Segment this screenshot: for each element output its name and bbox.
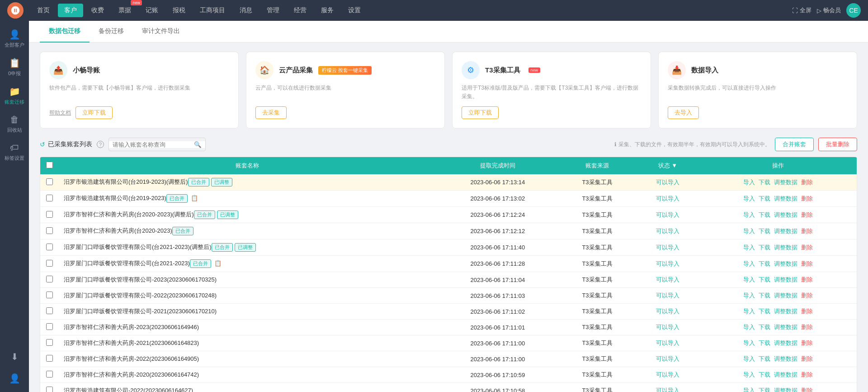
action-导入[interactable]: 导入	[743, 276, 755, 283]
action-调整数据[interactable]: 调整数据	[774, 260, 797, 267]
row-checkbox[interactable]	[46, 195, 53, 201]
action-导入[interactable]: 导入	[743, 228, 755, 234]
action-调整数据[interactable]: 调整数据	[774, 292, 797, 299]
search-input[interactable]	[109, 141, 190, 148]
nav-billing[interactable]: 收费	[85, 4, 110, 17]
row-checkbox[interactable]	[46, 339, 53, 346]
action-调整数据[interactable]: 调整数据	[774, 276, 797, 283]
th-status[interactable]: 状态 ▼	[636, 157, 700, 174]
action-删除[interactable]: 删除	[801, 179, 813, 186]
row-checkbox[interactable]	[46, 227, 53, 234]
tab-data-migration[interactable]: 数据包迁移	[40, 21, 90, 43]
sidebar-item-user[interactable]: 👤	[7, 368, 22, 388]
action-下载[interactable]: 下载	[759, 339, 770, 346]
action-导入[interactable]: 导入	[743, 260, 755, 267]
sidebar-item-tag-settings[interactable]: 🏷 标签设置	[0, 138, 29, 166]
action-下载[interactable]: 下载	[759, 387, 770, 392]
help-icon[interactable]: ?	[97, 141, 104, 148]
action-下载[interactable]: 下载	[759, 244, 770, 251]
nav-home[interactable]: 首页	[31, 4, 56, 17]
row-checkbox[interactable]	[46, 371, 53, 378]
action-删除[interactable]: 删除	[801, 260, 813, 267]
action-删除[interactable]: 删除	[801, 292, 813, 299]
action-下载[interactable]: 下载	[759, 355, 770, 362]
action-下载[interactable]: 下载	[759, 260, 770, 267]
action-调整数据[interactable]: 调整数据	[774, 211, 797, 218]
action-导入[interactable]: 导入	[743, 211, 755, 218]
sidebar-item-account-migration[interactable]: 📁 账套迁移	[0, 81, 29, 110]
t3-download-button[interactable]: 立即下载	[462, 106, 499, 119]
action-导入[interactable]: 导入	[743, 324, 755, 330]
nav-tax[interactable]: 报税	[166, 4, 192, 17]
avatar[interactable]: CE	[846, 3, 861, 18]
action-调整数据[interactable]: 调整数据	[774, 179, 797, 186]
help-doc-link[interactable]: 帮助文档	[49, 109, 71, 117]
row-checkbox[interactable]	[46, 307, 53, 314]
action-删除[interactable]: 删除	[801, 276, 813, 283]
action-下载[interactable]: 下载	[759, 228, 770, 234]
action-删除[interactable]: 删除	[801, 228, 813, 234]
action-下载[interactable]: 下载	[759, 276, 770, 283]
nav-manage[interactable]: 管理	[260, 4, 286, 17]
row-checkbox[interactable]	[46, 211, 53, 218]
action-调整数据[interactable]: 调整数据	[774, 355, 797, 362]
fullscreen-button[interactable]: ⛶ 全屏	[792, 6, 811, 14]
nav-bookkeeping[interactable]: 记账	[139, 4, 165, 17]
action-调整数据[interactable]: 调整数据	[774, 195, 797, 202]
row-checkbox[interactable]	[46, 323, 53, 330]
action-调整数据[interactable]: 调整数据	[774, 324, 797, 330]
tab-audit-export[interactable]: 审计文件导出	[133, 21, 189, 43]
action-导入[interactable]: 导入	[743, 195, 755, 202]
action-调整数据[interactable]: 调整数据	[774, 308, 797, 315]
tab-backup-migration[interactable]: 备份迁移	[90, 21, 133, 43]
action-导入[interactable]: 导入	[743, 179, 755, 186]
action-导入[interactable]: 导入	[743, 308, 755, 315]
action-下载[interactable]: 下载	[759, 211, 770, 218]
nav-operation[interactable]: 经营	[288, 4, 313, 17]
go-import-button[interactable]: 去导入	[668, 106, 699, 119]
search-button[interactable]: 🔍	[190, 141, 205, 148]
nav-invoice[interactable]: 票据new	[112, 4, 137, 17]
action-下载[interactable]: 下载	[759, 308, 770, 315]
nav-message[interactable]: 消息	[233, 4, 259, 17]
action-删除[interactable]: 删除	[801, 195, 813, 202]
row-checkbox[interactable]	[46, 387, 53, 392]
action-删除[interactable]: 删除	[801, 308, 813, 315]
nav-business[interactable]: 工商项目	[193, 4, 231, 17]
action-下载[interactable]: 下载	[759, 371, 770, 378]
action-删除[interactable]: 删除	[801, 211, 813, 218]
action-删除[interactable]: 删除	[801, 324, 813, 330]
row-checkbox[interactable]	[46, 292, 53, 298]
action-下载[interactable]: 下载	[759, 179, 770, 186]
nav-service[interactable]: 服务	[315, 4, 340, 17]
action-调整数据[interactable]: 调整数据	[774, 339, 797, 346]
go-collect-button[interactable]: 去采集	[255, 106, 287, 119]
action-导入[interactable]: 导入	[743, 371, 755, 378]
action-下载[interactable]: 下载	[759, 324, 770, 330]
action-删除[interactable]: 删除	[801, 355, 813, 362]
download-now-button[interactable]: 立即下载	[75, 106, 113, 119]
row-checkbox[interactable]	[46, 244, 53, 250]
nav-customer[interactable]: 客户	[58, 4, 83, 17]
action-导入[interactable]: 导入	[743, 292, 755, 299]
action-导入[interactable]: 导入	[743, 387, 755, 392]
batch-delete-button[interactable]: 批量删除	[818, 138, 857, 151]
merge-button[interactable]: 合并账套	[775, 138, 814, 151]
sidebar-item-download[interactable]: ⬇	[7, 347, 22, 367]
row-checkbox[interactable]	[46, 355, 53, 362]
nav-settings[interactable]: 设置	[342, 4, 367, 17]
action-导入[interactable]: 导入	[743, 355, 755, 362]
action-下载[interactable]: 下载	[759, 195, 770, 202]
action-导入[interactable]: 导入	[743, 339, 755, 346]
sidebar-item-zero-report[interactable]: 📋 0申报	[0, 53, 29, 81]
action-调整数据[interactable]: 调整数据	[774, 387, 797, 392]
action-调整数据[interactable]: 调整数据	[774, 228, 797, 234]
row-checkbox[interactable]	[46, 260, 53, 267]
action-下载[interactable]: 下载	[759, 292, 770, 299]
action-调整数据[interactable]: 调整数据	[774, 371, 797, 378]
sidebar-item-all-customers[interactable]: 👤 全部客户	[0, 24, 29, 53]
action-删除[interactable]: 删除	[801, 371, 813, 378]
row-checkbox[interactable]	[46, 178, 53, 185]
action-删除[interactable]: 删除	[801, 339, 813, 346]
action-删除[interactable]: 删除	[801, 244, 813, 251]
